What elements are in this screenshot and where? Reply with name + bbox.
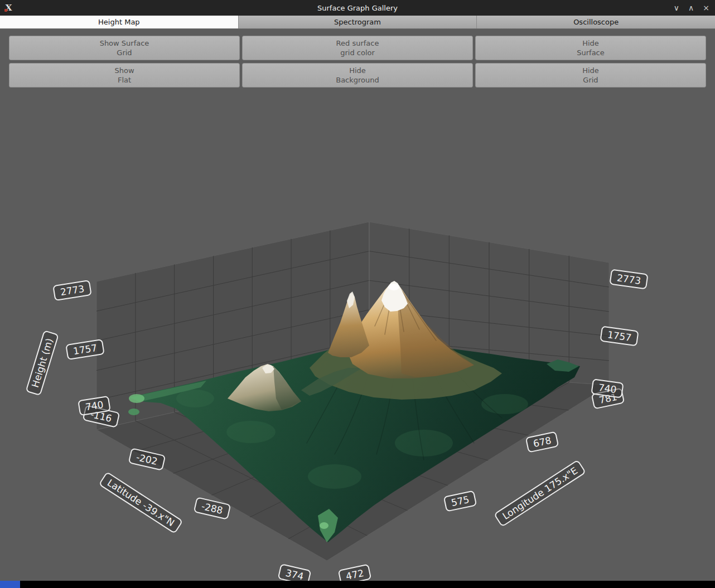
titlebar[interactable]: X Surface Graph Gallery ∨ ∧ × (0, 0, 715, 16)
surface-plot-stage[interactable]: Height (m) 2773 1757 740 -116 -202 -288 … (0, 86, 715, 588)
button-label: Show Surface (9, 38, 239, 48)
hide-grid-button[interactable]: Hide Grid (475, 63, 706, 88)
control-panel: Show Surface Grid Red surface grid color… (9, 36, 706, 88)
button-label: Background (243, 75, 472, 85)
button-label: Show (9, 66, 239, 75)
tab-height-map[interactable]: Height Map (0, 16, 239, 28)
button-label: Flat (9, 75, 239, 85)
button-label: Surface (476, 48, 706, 57)
hide-surface-button[interactable]: Hide Surface (475, 36, 706, 60)
button-label: Hide (476, 38, 706, 48)
button-label: grid color (243, 48, 472, 57)
button-label: Red surface (243, 38, 472, 48)
show-flat-button[interactable]: Show Flat (9, 63, 240, 88)
tab-spectrogram[interactable]: Spectrogram (239, 16, 477, 28)
button-label: Grid (476, 75, 706, 85)
button-label: Grid (9, 48, 239, 57)
close-button[interactable]: × (703, 0, 709, 16)
show-surface-grid-button[interactable]: Show Surface Grid (9, 36, 240, 60)
tab-oscilloscope[interactable]: Oscilloscope (477, 16, 715, 28)
hide-background-button[interactable]: Hide Background (242, 63, 473, 88)
window-controls: ∨ ∧ × (674, 0, 709, 16)
button-label: Hide (243, 66, 472, 75)
button-label: Hide (476, 66, 706, 75)
tab-bar: Height Map Spectrogram Oscilloscope (0, 16, 715, 29)
surface-grid-color-button[interactable]: Red surface grid color (242, 36, 473, 60)
maximize-button[interactable]: ∧ (688, 0, 694, 16)
taskbar[interactable] (0, 581, 715, 588)
shade-button[interactable]: ∨ (674, 0, 679, 16)
taskbar-active-item[interactable] (0, 581, 20, 588)
window-title: Surface Graph Gallery (0, 4, 715, 12)
